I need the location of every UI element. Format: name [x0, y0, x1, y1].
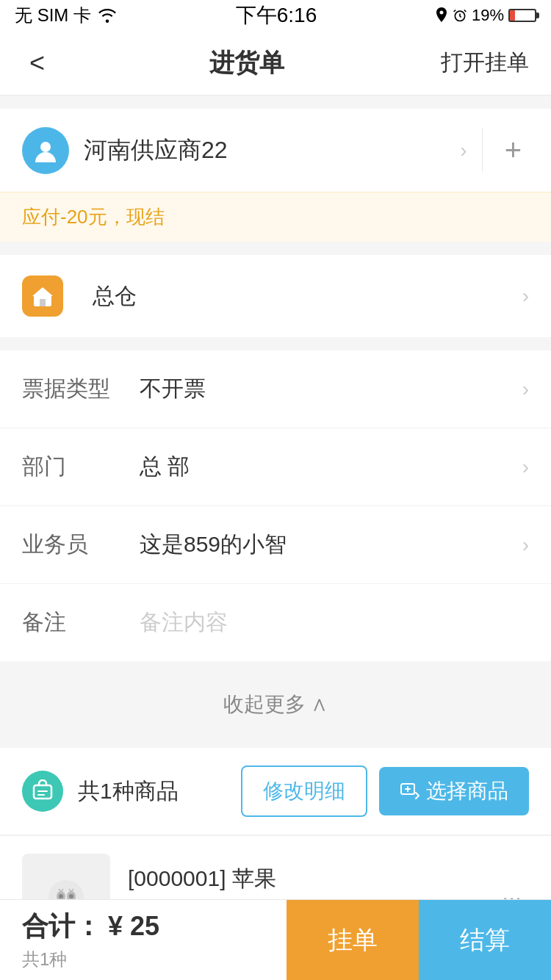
dept-label: 部门: [22, 452, 110, 482]
content: 河南供应商22 › + 应付-20元，现结 总仓 › 票据类型 不开票 ›: [0, 109, 551, 980]
nav-bar: < 进货单 打开挂单: [0, 31, 551, 96]
select-product-icon: [400, 782, 420, 800]
alarm-icon: [453, 7, 467, 24]
open-pending-button[interactable]: 打开挂单: [441, 48, 529, 78]
divider: [482, 129, 483, 173]
supplier-row[interactable]: 河南供应商22 › +: [0, 109, 551, 192]
status-bar: 无 SIM 卡 下午6:16 19%: [0, 0, 551, 31]
salesman-label: 业务员: [22, 530, 110, 560]
back-button[interactable]: <: [22, 40, 52, 86]
svg-point-10: [69, 894, 73, 898]
dept-chevron-icon: ›: [522, 455, 529, 479]
total-label: 合计：: [22, 911, 101, 941]
wifi-icon: [97, 8, 118, 23]
svg-rect-3: [40, 299, 46, 306]
supplier-alert: 应付-20元，现结: [0, 192, 551, 242]
fields-section: 票据类型 不开票 › 部门 总 部 › 业务员 这是859的小智 › 备注 备注…: [0, 350, 551, 661]
svg-point-1: [40, 142, 51, 152]
bottom-bar: 合计： ¥ 25 共1种 挂单 结算: [0, 899, 551, 980]
supplier-avatar: [22, 127, 69, 174]
total-count: 共1种: [22, 948, 264, 971]
hang-button[interactable]: 挂单: [287, 900, 419, 981]
status-time: 下午6:16: [236, 1, 317, 29]
product-header: 共1种商品 修改明细 选择商品: [0, 748, 551, 835]
remark-row[interactable]: 备注 备注内容: [0, 584, 551, 661]
total-amount: 合计： ¥ 25: [22, 909, 264, 945]
supplier-name: 河南供应商22: [84, 134, 460, 167]
checkout-button[interactable]: 结算: [419, 900, 551, 981]
select-product-button[interactable]: 选择商品: [379, 767, 529, 815]
invoice-row[interactable]: 票据类型 不开票 ›: [0, 350, 551, 428]
remark-input[interactable]: 备注内容: [110, 608, 529, 638]
product-count-icon: [22, 771, 63, 812]
warehouse-row[interactable]: 总仓 ›: [0, 255, 551, 337]
collapse-row[interactable]: 收起更多 ∧: [0, 674, 551, 735]
remark-label: 备注: [22, 608, 110, 638]
invoice-value: 不开票: [110, 374, 522, 404]
invoice-label: 票据类型: [22, 374, 110, 404]
supplier-section: 河南供应商22 › + 应付-20元，现结: [0, 109, 551, 242]
dept-row[interactable]: 部门 总 部 ›: [0, 428, 551, 506]
add-supplier-button[interactable]: +: [497, 126, 529, 174]
total-value: ¥ 25: [108, 911, 159, 941]
edit-detail-button[interactable]: 修改明细: [241, 765, 367, 817]
salesman-chevron-icon: ›: [522, 533, 529, 557]
warehouse-section: 总仓 ›: [0, 255, 551, 337]
battery-text: 19%: [472, 6, 504, 25]
product-count-text: 共1种商品: [78, 777, 241, 807]
warehouse-icon: [22, 275, 63, 317]
total-section: 合计： ¥ 25 共1种: [0, 909, 287, 971]
invoice-chevron-icon: ›: [522, 378, 529, 401]
warehouse-chevron-icon: ›: [522, 284, 529, 308]
page-title: 进货单: [52, 46, 441, 80]
product-code: [0000001]: [128, 866, 226, 890]
carrier-text: 无 SIM 卡: [15, 4, 91, 27]
warehouse-name: 总仓: [78, 281, 522, 311]
battery-icon: [508, 9, 536, 22]
svg-point-9: [59, 894, 63, 898]
salesman-row[interactable]: 业务员 这是859的小智 ›: [0, 506, 551, 584]
product-name: [0000001] 苹果: [128, 864, 494, 894]
salesman-value: 这是859的小智: [110, 530, 522, 560]
location-icon: [435, 7, 448, 24]
product-title: 苹果: [232, 866, 276, 890]
supplier-chevron-icon: ›: [460, 139, 467, 162]
dept-value: 总 部: [110, 452, 522, 482]
select-product-label: 选择商品: [426, 777, 508, 805]
